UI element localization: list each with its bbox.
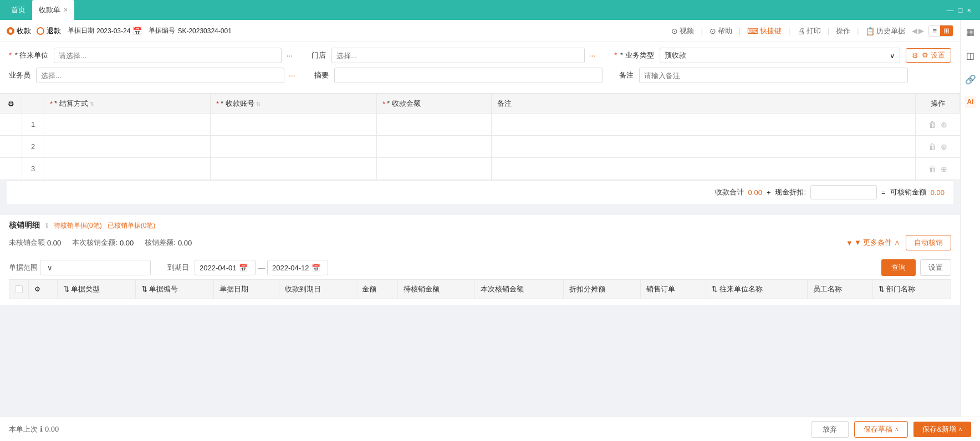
maximize-btn[interactable]: □ bbox=[958, 6, 963, 14]
radio-refund[interactable]: 退款 bbox=[37, 26, 61, 36]
td-account-2[interactable] bbox=[211, 136, 377, 157]
select-all-checkbox[interactable] bbox=[15, 285, 23, 293]
radio-receipt[interactable]: 收款 bbox=[7, 26, 31, 36]
range-select[interactable]: ∨ bbox=[40, 260, 151, 275]
save-new-btn[interactable]: 保存&新增 ∧ bbox=[913, 422, 971, 437]
salesperson-input[interactable] bbox=[36, 68, 284, 83]
range-arrow: ∨ bbox=[47, 264, 53, 272]
nav-arrows[interactable]: ◀ ▶ bbox=[912, 27, 924, 35]
counterparty-dots-btn[interactable]: ··· bbox=[284, 51, 295, 60]
delete-icon-2[interactable]: 🗑 bbox=[928, 142, 936, 151]
info-icon[interactable]: ℹ bbox=[45, 222, 48, 230]
help-btn[interactable]: ⊙ 帮助 bbox=[707, 25, 734, 37]
td-account-3[interactable] bbox=[211, 158, 377, 180]
filter-settings-btn[interactable]: 设置 bbox=[920, 259, 951, 276]
td-op-1: 🗑 ⊕ bbox=[916, 114, 960, 135]
shop-input[interactable] bbox=[331, 48, 584, 63]
remark-input[interactable] bbox=[639, 68, 908, 83]
sort-icon-account[interactable]: ⇅ bbox=[256, 101, 261, 107]
auto-writeoff-btn[interactable]: 自动核销 bbox=[906, 235, 951, 250]
counterparty-input[interactable] bbox=[54, 48, 282, 63]
discard-btn[interactable]: 放弃 bbox=[811, 421, 849, 438]
current-writeoff-field: 本次核销金额: 0.00 bbox=[72, 238, 134, 248]
due-date-label: 到期日 bbox=[167, 263, 189, 273]
minimize-btn[interactable]: — bbox=[947, 6, 954, 14]
tab-home[interactable]: 首页 bbox=[4, 0, 32, 20]
tab-receipt[interactable]: 收款单 × bbox=[32, 0, 74, 20]
td-remark-2[interactable] bbox=[492, 136, 916, 157]
td-gear-1 bbox=[0, 114, 22, 135]
auto-writeoff-label: 自动核销 bbox=[914, 238, 943, 247]
done-link[interactable]: 已核销单据(0笔) bbox=[108, 221, 156, 230]
date-to-picker[interactable]: 2022-04-12 📅 bbox=[267, 260, 328, 275]
td-amount-1[interactable] bbox=[377, 114, 492, 135]
td-remark-1[interactable] bbox=[492, 114, 916, 135]
summary-input[interactable] bbox=[334, 68, 603, 83]
grid-view-btn[interactable]: ⊞ bbox=[940, 25, 953, 36]
number-value[interactable]: SK-20230324-001 bbox=[177, 27, 231, 35]
pending-link[interactable]: 待核销单据(0笔) bbox=[54, 221, 102, 230]
bottom-table: ⚙ ⇅ 单据类型 ⇅ 单据编号 单据日期 bbox=[9, 279, 951, 299]
delete-icon-1[interactable]: 🗑 bbox=[928, 120, 936, 129]
business-type-select[interactable]: 预收款 ∨ bbox=[660, 48, 901, 63]
filter-settings-label: 设置 bbox=[928, 263, 943, 271]
tab-close-icon[interactable]: × bbox=[64, 6, 68, 14]
td-amount-2[interactable] bbox=[377, 136, 492, 157]
toolbar: 收款 退款 单据日期 2023-03-24 📅 单据编号 SK-20230324… bbox=[0, 20, 960, 42]
current-writeoff-value: 0.00 bbox=[120, 239, 134, 247]
td-settlement-3[interactable] bbox=[44, 158, 211, 180]
counterparty-field: * * 往来单位 ··· bbox=[9, 48, 295, 63]
salesperson-dots-btn[interactable]: ··· bbox=[287, 71, 298, 80]
td-remark-3[interactable] bbox=[492, 158, 916, 180]
shop-dots-btn[interactable]: ··· bbox=[587, 51, 598, 60]
date-from-picker[interactable]: 2022-04-01 📅 bbox=[195, 260, 256, 275]
history-btn[interactable]: 📋 历史单据 bbox=[863, 25, 907, 37]
td-account-1[interactable] bbox=[211, 114, 377, 135]
sort-icon-settlement[interactable]: ⇅ bbox=[90, 101, 94, 107]
th-gear-bottom[interactable]: ⚙ bbox=[29, 280, 58, 299]
window-controls: — □ × bbox=[947, 6, 976, 14]
video-btn[interactable]: ⊙ 视频 bbox=[669, 25, 696, 37]
business-type-field: * * 业务类型 预收款 ∨ bbox=[614, 48, 900, 63]
save-draft-btn[interactable]: 保存草稿 ∧ bbox=[854, 421, 908, 438]
business-type-value: 预收款 bbox=[665, 50, 686, 60]
list-view-btn[interactable]: ≡ bbox=[929, 25, 940, 36]
summary-label: 摘要 bbox=[314, 70, 329, 80]
row-index-1: 1 bbox=[31, 120, 35, 129]
remark-field: 备注 bbox=[619, 68, 908, 83]
copy-icon-3[interactable]: ⊕ bbox=[941, 165, 947, 173]
delete-icon-3[interactable]: 🗑 bbox=[928, 165, 936, 173]
total-value: 0.00 bbox=[748, 188, 762, 197]
tab-receipt-label: 收款单 bbox=[39, 5, 60, 15]
settings-btn[interactable]: ⚙ ⚙ 设置 bbox=[906, 48, 951, 63]
copy-icon-1[interactable]: ⊕ bbox=[941, 120, 947, 129]
query-btn[interactable]: 查询 bbox=[881, 259, 916, 276]
date-value[interactable]: 2023-03-24 bbox=[96, 27, 130, 35]
th-amount: * * 收款金额 bbox=[377, 94, 492, 113]
copy-icon-2[interactable]: ⊕ bbox=[941, 142, 947, 151]
sidebar-icon-ai[interactable]: Ai bbox=[965, 96, 976, 108]
discard-label: 放弃 bbox=[823, 425, 837, 433]
sidebar-icon-table[interactable]: ▦ bbox=[964, 24, 977, 39]
print-btn[interactable]: 🖨 打印 bbox=[795, 25, 823, 37]
th-gear[interactable]: ⚙ bbox=[0, 94, 22, 113]
operate-btn[interactable]: 操作 bbox=[834, 25, 853, 37]
equals-sign: = bbox=[881, 188, 886, 197]
th-pending-amount: 待核销金额 bbox=[398, 280, 475, 299]
close-btn[interactable]: × bbox=[967, 6, 971, 14]
sidebar-icon-link[interactable]: 🔗 bbox=[963, 72, 978, 87]
discount-input[interactable] bbox=[810, 185, 877, 199]
help-label: 帮助 bbox=[718, 26, 732, 36]
shortcut-btn[interactable]: ⌨ 快捷键 bbox=[745, 25, 784, 37]
more-filter-btn[interactable]: ▼ ▼ 更多条件 ∧ bbox=[846, 238, 900, 248]
footer-info-value: 0.00 bbox=[45, 425, 59, 433]
td-settlement-1[interactable] bbox=[44, 114, 211, 135]
td-settlement-2[interactable] bbox=[44, 136, 211, 157]
sidebar-icon-sheet[interactable]: ◫ bbox=[964, 48, 977, 63]
toolbar-actions: ⊙ 视频 | ⊙ 帮助 | ⌨ 快捷键 | 🖨 打印 | bbox=[669, 25, 953, 37]
diff-value: 0.00 bbox=[178, 239, 192, 247]
range-field: 单据范围 ∨ bbox=[9, 260, 151, 275]
available-value: 0.00 bbox=[931, 188, 945, 197]
calendar-icon[interactable]: 📅 bbox=[132, 27, 142, 35]
td-amount-3[interactable] bbox=[377, 158, 492, 180]
